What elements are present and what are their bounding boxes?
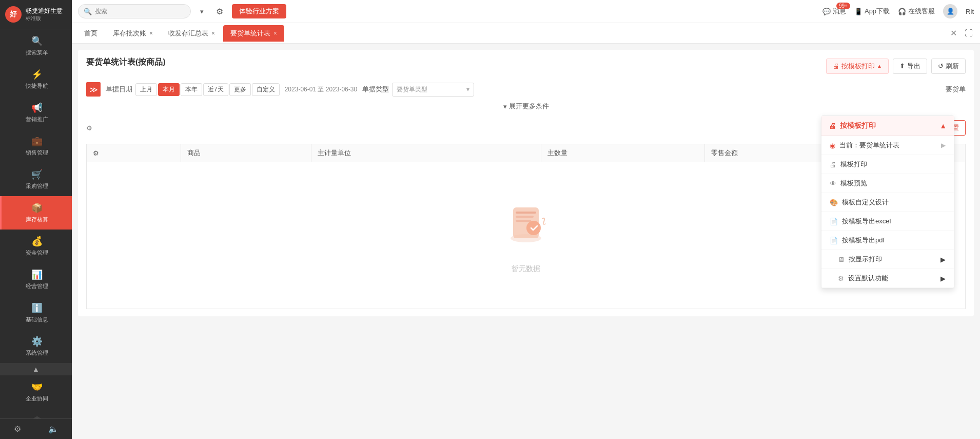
current-icon: ◉ (830, 142, 835, 149)
print-dropdown-export-excel[interactable]: 📄 按模板导出excel (821, 212, 954, 231)
app-name: 畅捷通好生意 (26, 7, 63, 15)
date-btn-7days[interactable]: 近7天 (203, 83, 228, 96)
filter-expand-btn[interactable]: ≫ (86, 82, 101, 97)
print-dropdown-template-print[interactable]: 🖨 模板打印 (821, 155, 954, 174)
expand-conditions-btn[interactable]: ▾ 展开更多条件 (503, 102, 549, 111)
date-range-label: 2023-06-01 至 2023-06-30 (285, 85, 357, 94)
print-header-icon: 🖨 (829, 122, 836, 130)
col-settings[interactable]: ⚙ (87, 144, 181, 162)
sidebar-item-inventory[interactable]: 📦 库存核算 (0, 196, 72, 230)
print-dropdown-template-design[interactable]: 🎨 模板自定义设计 (821, 193, 954, 212)
date-btn-more[interactable]: 更多 (229, 83, 251, 96)
page-title: 要货单统计表(按商品) (86, 57, 166, 68)
print-dropdown-set-default[interactable]: ⚙ 设置默认功能 ▶ (821, 269, 954, 288)
sidebar: 好 畅捷通好生意 标准版 🔍 搜索菜单 ⚡ 快捷导航 📢 营销推广 💼 销售管理… (0, 0, 72, 439)
experience-btn[interactable]: 体验行业方案 (232, 4, 286, 18)
print-dropdown-display-print[interactable]: 🖥 按显示打印 ▶ (821, 250, 954, 269)
tab-close-all-icon[interactable]: ✕ (947, 27, 959, 40)
print-arrow-icon: ▲ (877, 63, 882, 69)
table-settings-icon[interactable]: ⚙ (86, 124, 92, 132)
operations-icon: 📊 (31, 269, 43, 280)
sidebar-scroll-up[interactable]: ▲ (0, 363, 72, 375)
tab-maximize-icon[interactable]: ⛶ (963, 27, 975, 40)
print-dropdown-close-icon[interactable]: ▲ (939, 122, 947, 130)
finance-icon: 💰 (31, 236, 43, 247)
sidebar-bottom: ⚙ 🔈 (0, 418, 72, 439)
online-service-btn[interactable]: 🎧 在线客服 (898, 7, 935, 16)
template-print-icon: 🖨 (830, 161, 836, 168)
tab-order-statistics[interactable]: 要货单统计表 × (223, 25, 284, 42)
printer-icon: 🖨 (833, 62, 839, 70)
print-template-btn[interactable]: 🖨 按模板打印 ▲ (826, 59, 889, 74)
tab-receipt-summary[interactable]: 收发存汇总表 × (161, 25, 222, 42)
sales-icon: 💼 (31, 136, 43, 147)
date-filter-group: 单据日期 上月 本月 本年 近7天 更多 自定义 2023-06-01 至 20… (106, 83, 357, 96)
tab-close-receipt-summary[interactable]: × (211, 30, 215, 37)
topbar-search-box[interactable]: 🔍 (78, 4, 191, 18)
sidebar-item-basic-info[interactable]: ℹ️ 基础信息 (0, 296, 72, 330)
svg-rect-4 (516, 220, 531, 222)
expand-icon: ▾ (503, 103, 507, 110)
sidebar-item-search[interactable]: 🔍 搜索菜单 (0, 29, 72, 63)
date-label: 单据日期 (106, 85, 132, 94)
purchase-icon: 🛒 (31, 169, 43, 180)
print-dropdown-current[interactable]: ◉ 当前：要货单统计表 ▶ (821, 136, 954, 155)
main-area: 🔍 ▾ ⚙ 体验行业方案 💬 消息 99+ 📱 App下载 🎧 在线客服 👤 R… (72, 0, 980, 439)
template-preview-icon: 👁 (830, 180, 836, 187)
sidebar-item-sales[interactable]: 💼 销售管理 (0, 129, 72, 163)
message-icon: 💬 (822, 8, 831, 15)
refresh-btn[interactable]: ↺ 刷新 (931, 59, 966, 74)
date-btn-custom[interactable]: 自定义 (252, 83, 280, 96)
export-pdf-icon: 📄 (830, 237, 838, 244)
app-download-btn[interactable]: 📱 App下载 (854, 7, 890, 16)
tab-close-order-statistics[interactable]: × (273, 30, 277, 37)
date-buttons: 上月 本月 本年 近7天 更多 自定义 (135, 83, 280, 96)
export-btn[interactable]: ⬆ 导出 (893, 59, 927, 74)
type-select-arrow: ▾ (466, 86, 469, 93)
content-area: 要货单统计表(按商品) 🖨 按模板打印 ▲ ⬆ 导出 ↺ 刷新 (72, 44, 980, 439)
sidebar-item-guide[interactable]: 🎓 新手引导 (0, 409, 72, 418)
sidebar-item-purchase[interactable]: 🛒 采购管理 (0, 163, 72, 196)
app-logo[interactable]: 好 畅捷通好生意 标准版 (0, 0, 72, 29)
search-icon: 🔍 (31, 35, 43, 47)
date-btn-prev-month[interactable]: 上月 (135, 83, 157, 96)
sidebar-item-enterprise[interactable]: 🤝 企业协同 (0, 375, 72, 409)
download-icon: 📱 (854, 8, 863, 15)
date-btn-this-year[interactable]: 本年 (181, 83, 202, 96)
inventory-icon: 📦 (31, 202, 43, 214)
tab-close-inventory-batch[interactable]: × (149, 30, 153, 37)
svg-point-5 (526, 221, 541, 235)
search-icon: 🔍 (84, 8, 92, 15)
search-input[interactable] (95, 8, 185, 15)
topbar: 🔍 ▾ ⚙ 体验行业方案 💬 消息 99+ 📱 App下载 🎧 在线客服 👤 R… (72, 0, 980, 23)
tab-home[interactable]: 首页 (77, 25, 105, 42)
topbar-settings-icon[interactable]: ⚙ (212, 4, 227, 18)
topbar-right: 💬 消息 99+ 📱 App下载 🎧 在线客服 👤 Rit (822, 4, 974, 18)
print-dropdown-header[interactable]: 🖨 按模板打印 ▲ (821, 116, 954, 136)
type-select[interactable]: 要货单类型 ▾ (392, 83, 474, 97)
sidebar-menu: 🔍 搜索菜单 ⚡ 快捷导航 📢 营销推广 💼 销售管理 🛒 采购管理 📦 库存核… (0, 29, 72, 418)
sidebar-item-system[interactable]: ⚙️ 系统管理 (0, 330, 72, 363)
sidebar-item-finance[interactable]: 💰 资金管理 (0, 230, 72, 263)
tab-inventory-batch[interactable]: 库存批次账 × (106, 25, 160, 42)
print-dropdown-title: 按模板打印 (840, 121, 876, 130)
export-excel-icon: 📄 (830, 218, 838, 225)
date-btn-this-month[interactable]: 本月 (158, 83, 180, 96)
print-dropdown-template-preview[interactable]: 👁 模板预览 (821, 174, 954, 193)
sidebar-item-shortcut[interactable]: ⚡ 快捷导航 (0, 63, 72, 96)
settings-icon[interactable]: ⚙ (14, 424, 21, 434)
sidebar-item-operations[interactable]: 📊 经营管理 (0, 263, 72, 296)
sidebar-item-marketing[interactable]: 📢 营销推广 (0, 96, 72, 129)
col-unit: 主计量单位 (311, 144, 541, 162)
audio-icon[interactable]: 🔈 (48, 424, 58, 434)
messages-btn[interactable]: 💬 消息 99+ (822, 7, 846, 16)
refresh-icon: ↺ (938, 62, 944, 70)
export-icon: ⬆ (899, 62, 905, 70)
enterprise-icon: 🤝 (31, 381, 43, 393)
shortcut-icon: ⚡ (31, 69, 43, 80)
user-avatar[interactable]: 👤 (943, 4, 957, 18)
print-dropdown-export-pdf[interactable]: 📄 按模板导出pdf (821, 231, 954, 250)
logo-icon: 好 (5, 6, 22, 23)
search-dropdown-icon[interactable]: ▾ (196, 6, 207, 17)
system-icon: ⚙️ (31, 336, 43, 347)
